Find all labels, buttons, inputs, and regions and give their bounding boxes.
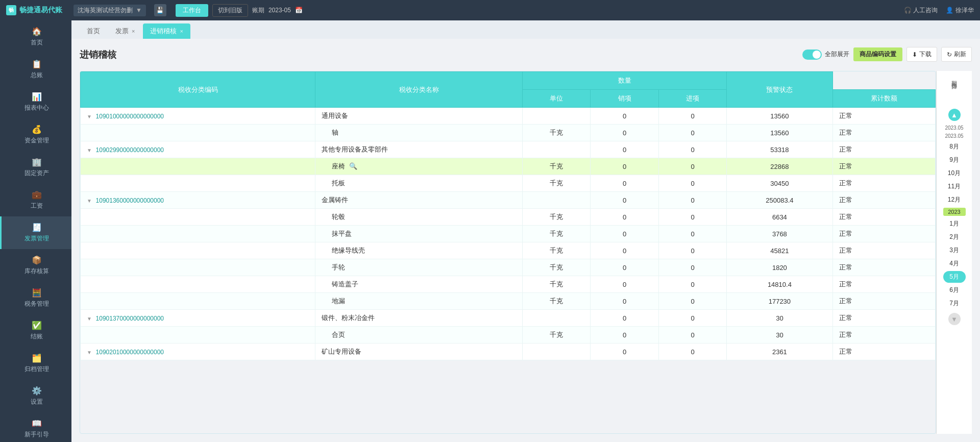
toggle-track[interactable]: [802, 50, 822, 60]
period-scroll-down[interactable]: ▼: [948, 313, 961, 325]
item-name-cell: 绝缘导线壳: [315, 242, 523, 259]
workbench-button[interactable]: 工作台: [176, 4, 208, 17]
refresh-icon: ↻: [947, 51, 952, 58]
col-purchase: 进项: [658, 90, 726, 108]
unit-cell: 千克: [522, 158, 590, 175]
collapse-icon[interactable]: ▼: [87, 316, 92, 322]
calendar-icon[interactable]: 📅: [295, 7, 303, 14]
total-cell: 1820: [727, 259, 832, 276]
item-code-cell: [81, 125, 315, 141]
side-panel-title: 期间选择: [950, 75, 958, 106]
sidebar-item-settings[interactable]: ⚙️ 设置: [0, 380, 71, 412]
status-cell: 正常: [832, 158, 935, 175]
sidebar-item-inventory[interactable]: 📦 库存核算: [0, 249, 71, 282]
tab-reconcile[interactable]: 进销稽核 ×: [143, 23, 190, 39]
salary-icon: 💼: [32, 190, 42, 200]
period-item-1[interactable]: 9月: [943, 154, 966, 166]
period-item-3[interactable]: 11月: [943, 181, 966, 192]
period-item-8[interactable]: 3月: [943, 244, 966, 256]
period-item-7[interactable]: 2月: [943, 231, 966, 243]
sidebar-item-close-account[interactable]: ✅ 结账: [0, 314, 71, 347]
top-bar: 畅 畅捷通易代账 沈海英测试经营勿删 ▼ 💾 工作台 切到旧版 账期 2023-…: [0, 0, 980, 20]
sidebar-item-capital[interactable]: 💰 资金管理: [0, 118, 71, 151]
category-name-cell: 锻件、粉末冶金件: [315, 310, 523, 327]
company-selector[interactable]: 沈海英测试经营勿删 ▼: [74, 5, 146, 16]
sales-cell: 0: [591, 310, 658, 327]
collapse-icon[interactable]: ▼: [87, 198, 92, 204]
status-cell: 正常: [832, 343, 935, 360]
download-button[interactable]: ⬇ 下载: [906, 47, 937, 62]
status-cell: 正常: [832, 192, 935, 209]
unit-cell: 千克: [522, 226, 590, 242]
sales-cell: 0: [591, 158, 658, 175]
sidebar-item-tax[interactable]: 🧮 税务管理: [0, 282, 71, 314]
user-info[interactable]: 👤 徐泽华: [946, 6, 974, 15]
collapse-icon[interactable]: ▼: [87, 148, 92, 153]
collapse-icon[interactable]: ▼: [87, 114, 92, 119]
expand-all-toggle[interactable]: 全部展开: [802, 50, 849, 60]
period-item-0[interactable]: 8月: [943, 141, 966, 153]
col-unit: 单位: [522, 90, 590, 108]
old-version-button[interactable]: 切到旧版: [212, 4, 248, 17]
app-name: 畅捷通易代账: [19, 6, 62, 15]
purchase-cell: 0: [658, 293, 726, 310]
sidebar-item-invoice[interactable]: 🧾 发票管理: [0, 216, 71, 249]
category-name-cell: 金属铸件: [315, 192, 523, 209]
sidebar-item-home[interactable]: 🏠 首页: [0, 20, 71, 53]
item-name: 铸造盖子: [322, 280, 358, 288]
tab-invoice[interactable]: 发票 ×: [108, 23, 142, 39]
item-code-cell: [81, 259, 315, 276]
period-item-2[interactable]: 10月: [943, 167, 966, 179]
sales-cell: 0: [591, 141, 658, 158]
unit-cell: [522, 192, 590, 209]
search-icon[interactable]: 🔍: [349, 162, 357, 170]
headset-icon: 🎧: [904, 7, 912, 14]
total-cell: 3768: [727, 226, 832, 242]
customer-service[interactable]: 🎧 人工咨询: [904, 6, 938, 15]
tax-icon: 🧮: [32, 288, 42, 298]
period-item-11[interactable]: 6月: [943, 284, 966, 296]
status-cell: 正常: [832, 226, 935, 242]
tab-invoice-close[interactable]: ×: [132, 28, 135, 34]
unit-cell: 千克: [522, 242, 590, 259]
refresh-button[interactable]: ↻ 刷新: [941, 47, 972, 62]
period-item-12[interactable]: 7月: [943, 298, 966, 309]
tab-reconcile-close[interactable]: ×: [180, 28, 183, 34]
table-wrapper[interactable]: 税收分类编码 税收分类名称 数量 预警状态 单位 销项 进项: [80, 71, 936, 434]
tab-home[interactable]: 首页: [80, 23, 107, 39]
guide-icon: 📖: [32, 419, 42, 428]
period-item-10[interactable]: 5月: [943, 271, 966, 283]
period-item-4[interactable]: 12月: [943, 194, 966, 206]
sidebar-item-ledger[interactable]: 📋 总账: [0, 53, 71, 86]
sidebar-item-archive[interactable]: 🗂️ 归档管理: [0, 347, 71, 380]
period-label: 账期: [252, 6, 264, 15]
sidebar-item-guide[interactable]: 📖 新手引导: [0, 412, 71, 442]
unit-cell: [522, 108, 590, 125]
sales-cell: 0: [591, 276, 658, 293]
top-actions: 工作台 切到旧版 账期 2023-05 📅: [176, 4, 303, 17]
save-icon-btn[interactable]: 💾: [154, 4, 166, 16]
period-item-5[interactable]: 2023: [943, 208, 966, 216]
sales-cell: 0: [591, 327, 658, 343]
purchase-cell: 0: [658, 125, 726, 141]
purchase-cell: 0: [658, 209, 726, 226]
period-item-6[interactable]: 1月: [943, 218, 966, 230]
sidebar-item-fixed-assets[interactable]: 🏢 固定资产: [0, 151, 71, 184]
page-content: 进销稽核 全部展开 商品编码设置 ⬇ 下载: [71, 39, 980, 442]
item-name: 抹平盘: [322, 230, 352, 237]
page-title: 进销稽核: [80, 48, 116, 61]
status-cell: 正常: [832, 293, 935, 310]
right-wrapper: 税收分类编码 税收分类名称 数量 预警状态 单位 销项 进项: [80, 71, 972, 434]
sidebar-item-salary[interactable]: 💼 工资: [0, 184, 71, 216]
collapse-icon[interactable]: ▼: [87, 350, 92, 355]
period-item-9[interactable]: 4月: [943, 258, 966, 269]
period-scroll-up[interactable]: ▲: [948, 109, 961, 121]
unit-cell: 千克: [522, 293, 590, 310]
sidebar-item-reports[interactable]: 📊 报表中心: [0, 86, 71, 118]
sales-cell: 0: [591, 192, 658, 209]
goods-code-button[interactable]: 商品编码设置: [853, 47, 902, 61]
invoice-icon: 🧾: [32, 223, 42, 232]
tab-home-label: 首页: [87, 27, 100, 36]
sales-cell: 0: [591, 209, 658, 226]
company-name: 沈海英测试经营勿删: [78, 6, 133, 15]
